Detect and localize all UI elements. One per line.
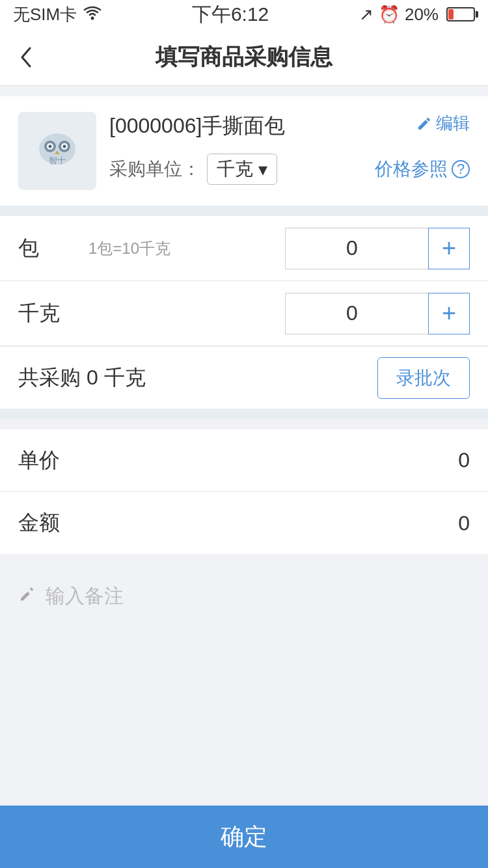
kg-label: 千克: [18, 299, 83, 328]
edit-button[interactable]: 编辑: [416, 112, 470, 135]
bao-quantity-input[interactable]: [285, 228, 428, 269]
product-logo: 智十: [18, 112, 96, 190]
status-time: 下午6:12: [192, 1, 269, 28]
status-right: ↗ ⏰ 20%: [359, 5, 475, 25]
unit-price-value: 0: [458, 448, 470, 472]
kg-input-row: 千克 +: [0, 281, 488, 346]
location-icon: ↗: [359, 5, 373, 25]
summary-row: 共采购 0 千克 录批次: [0, 346, 488, 409]
battery-percent: 20%: [405, 5, 439, 25]
bao-sublabel: 1包=10千克: [88, 238, 170, 259]
unit-label: 采购单位：: [109, 157, 200, 182]
svg-text:智十: 智十: [49, 156, 66, 165]
section-divider-2: [0, 409, 488, 419]
svg-point-7: [63, 145, 66, 148]
bao-label: 包: [18, 234, 83, 263]
unit-price-row: 单价 0: [0, 429, 488, 492]
svg-point-6: [49, 145, 52, 148]
amount-label: 金额: [18, 509, 60, 537]
section-divider-1: [0, 206, 488, 216]
product-card: 智十 [0000006]手撕面包 编辑 采购单位： 千克 ▾ 价格参照 ?: [0, 96, 488, 206]
unit-select[interactable]: 千克 ▾: [207, 154, 277, 185]
status-left: 无SIM卡: [13, 3, 102, 26]
content-area: [0, 628, 488, 823]
kg-quantity-input[interactable]: [285, 293, 428, 334]
amount-row: 金额 0: [0, 492, 488, 554]
quantity-input-section: 包 1包=10千克 + 千克 +: [0, 216, 488, 346]
kg-plus-button[interactable]: +: [428, 293, 470, 334]
unit-price-label: 单价: [18, 446, 60, 475]
back-button[interactable]: [16, 43, 35, 72]
page-title: 填写商品采购信息: [156, 42, 332, 72]
bao-input-row: 包 1包=10千克 +: [0, 216, 488, 281]
batch-button[interactable]: 录批次: [377, 357, 470, 399]
carrier-text: 无SIM卡: [13, 3, 77, 26]
alarm-icon: ⏰: [379, 5, 400, 25]
price-section: 单价 0 金额 0: [0, 429, 488, 554]
summary-text: 共采购 0 千克: [18, 364, 146, 392]
confirm-button[interactable]: 确定: [0, 806, 488, 868]
notes-placeholder: 输入备注: [46, 583, 124, 610]
nav-bar: 填写商品采购信息: [0, 29, 488, 86]
bao-plus-button[interactable]: +: [428, 228, 470, 269]
product-name: [0000006]手撕面包: [109, 112, 285, 141]
battery-icon: [446, 7, 475, 21]
pencil-icon: [18, 585, 36, 608]
amount-value: 0: [458, 511, 470, 536]
confirm-button-label: 确定: [221, 821, 267, 853]
product-info: [0000006]手撕面包 编辑 采购单位： 千克 ▾ 价格参照 ?: [109, 112, 470, 185]
status-bar: 无SIM卡 下午6:12 ↗ ⏰ 20%: [0, 0, 488, 29]
wifi-icon: [83, 5, 102, 25]
svg-point-0: [91, 16, 94, 20]
price-ref-button[interactable]: 价格参照 ?: [375, 157, 470, 182]
price-ref-help-icon: ?: [452, 160, 470, 178]
notes-section[interactable]: 输入备注: [0, 565, 488, 628]
